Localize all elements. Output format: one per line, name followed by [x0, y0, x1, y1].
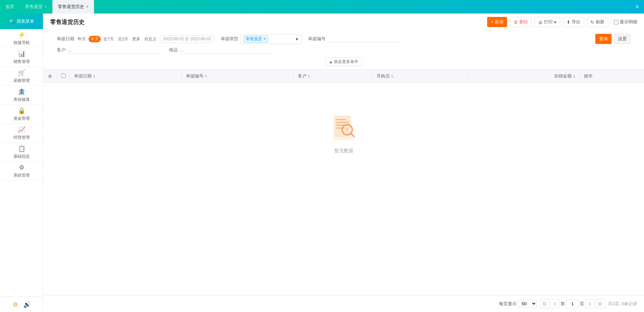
- sidebar-item-purchase-mgmt-label: 采购管理: [14, 78, 30, 84]
- tab-home[interactable]: 首页: [0, 0, 20, 14]
- settings-icon: ⚙: [48, 74, 52, 79]
- page-prev-button[interactable]: ⟨: [550, 299, 559, 308]
- select-all-checkbox[interactable]: [61, 73, 66, 78]
- sidebar-item-quick-nav[interactable]: ⚡ 快捷导航: [0, 29, 43, 48]
- tab-retail-return-label: 零售退货: [25, 4, 43, 10]
- sales-mgmt-icon: 📊: [18, 50, 25, 58]
- tab-retail-return-history-label: 零售退货历史: [58, 4, 84, 10]
- tab-retail-return-close[interactable]: ×: [45, 4, 47, 9]
- sidebar-item-inventory-label: 库存核算: [14, 97, 30, 103]
- tab-retail-return-history-close[interactable]: ×: [86, 4, 89, 9]
- th-settings[interactable]: ⚙: [43, 70, 57, 83]
- main-layout: 🔍 搜索菜单 ⚡ 快捷导航 📊 销售管理 🛒 采购管理 🏦 库存核算 🔒: [0, 14, 644, 312]
- query-button[interactable]: 查询: [595, 34, 612, 44]
- settings-button-label: 设置: [618, 36, 627, 42]
- sidebar-item-sys-mgmt[interactable]: ⚙ 系统管理: [0, 162, 43, 181]
- page-input[interactable]: [566, 299, 578, 308]
- date-shortcut-more[interactable]: 更多: [131, 36, 142, 42]
- tab-retail-return[interactable]: 零售退货 ×: [20, 0, 52, 14]
- th-guide-label: 导购员: [377, 73, 390, 79]
- settings-bottom-icon[interactable]: ⚙: [13, 301, 18, 308]
- speaker-bottom-icon[interactable]: 🔊: [23, 301, 31, 308]
- sidebar-bottom: ⚙ 🔊: [0, 296, 43, 312]
- page-first-button[interactable]: ⟨⟨: [540, 299, 549, 308]
- sidebar-item-finance[interactable]: 🔒 资金管理: [0, 105, 43, 124]
- amount-sort-icon[interactable]: ⇅: [573, 74, 575, 78]
- doc-date-sort-icon[interactable]: ⇅: [93, 74, 95, 78]
- sidebar-search-label: 搜索菜单: [17, 18, 34, 24]
- date-shortcut-yesterday[interactable]: 昨天: [76, 36, 87, 42]
- date-shortcut-custom[interactable]: 自定义: [143, 36, 158, 42]
- sidebar-item-purchase-mgmt[interactable]: 🛒 采购管理: [0, 67, 43, 86]
- date-shortcut-1month[interactable]: 近1月: [117, 36, 130, 42]
- filter-date-item: 单据日期 昨天 今天 近7天 近1月 更多 自定义 2023-06-02 至 2…: [57, 35, 214, 43]
- filter-goods-input-wrap: [180, 47, 275, 53]
- sidebar-item-basic-info[interactable]: 📋 基础信息: [0, 143, 43, 162]
- show-detail-label: 显示明细: [620, 19, 637, 25]
- sidebar-item-inventory[interactable]: 🏦 库存核算: [0, 86, 43, 105]
- collapse-button-label: 收起更多条件: [334, 59, 358, 65]
- export-button[interactable]: ⬆ 导出: [563, 17, 584, 27]
- filter-goods-input[interactable]: [180, 47, 247, 52]
- main-table: ⚙ 单据日期 ⇅ 单据编号: [43, 70, 644, 181]
- date-shortcut-7days[interactable]: 近7天: [102, 36, 115, 42]
- customer-sort-icon[interactable]: ⇅: [308, 74, 310, 78]
- sidebar-item-operation[interactable]: 📈 经营管理: [0, 124, 43, 143]
- empty-illustration: ?: [327, 110, 361, 144]
- collapse-up-icon: ▲: [329, 60, 333, 64]
- filter-docno-input[interactable]: [328, 36, 395, 41]
- filter-customer-input[interactable]: [68, 47, 135, 52]
- page-size-dropdown[interactable]: 50 10 20 100: [518, 300, 537, 308]
- new-button[interactable]: + 新增: [487, 17, 507, 27]
- page-title-row: 零售退货历史 + 新增 🗑 删除 🖨 打印 ▾ ⬆: [50, 17, 637, 27]
- top-bar: 首页 零售退货 × 零售退货历史 × ×: [0, 0, 644, 14]
- doctype-tag-close[interactable]: ×: [263, 37, 266, 41]
- tab-area: 首页 零售退货 × 零售退货历史 ×: [0, 0, 630, 14]
- date-shortcuts: 昨天 今天 近7天 近1月 更多 自定义: [76, 36, 158, 42]
- page-last-button[interactable]: ⟩⟩: [596, 299, 604, 308]
- refresh-button-label: 刷新: [596, 19, 604, 25]
- show-detail-checkbox-wrap[interactable]: 显示明细: [614, 19, 637, 25]
- toolbar-divider: [611, 19, 611, 25]
- page-next-button[interactable]: ⟩: [586, 299, 594, 308]
- date-range-input[interactable]: 2023-06-02 至 2023-06-02: [160, 35, 214, 43]
- sidebar-item-quick-nav-label: 快捷导航: [14, 40, 30, 46]
- page-nav: ⟨⟨ ⟨ 第 页 ⟩ ⟩⟩: [540, 299, 604, 308]
- date-shortcut-today[interactable]: 今天: [89, 36, 101, 42]
- refresh-button[interactable]: ↻ 刷新: [587, 17, 608, 27]
- doctype-tag-label: 零售退货: [246, 36, 262, 42]
- purchase-mgmt-icon: 🛒: [18, 69, 25, 76]
- th-checkbox[interactable]: [57, 70, 70, 83]
- tab-retail-return-history[interactable]: 零售退货历史 ×: [52, 0, 94, 14]
- guide-sort-icon[interactable]: ⇅: [391, 74, 393, 78]
- filter-goods-item: 商品: [169, 47, 275, 53]
- print-button[interactable]: 🖨 打印 ▾: [534, 17, 560, 27]
- doctype-select-arrow: ▾: [296, 37, 298, 42]
- collapse-button[interactable]: ▲ 收起更多条件: [325, 58, 362, 66]
- settings-button[interactable]: 设置: [614, 34, 630, 44]
- main-content: 零售退货历史 + 新增 🗑 删除 🖨 打印 ▾ ⬆: [43, 14, 644, 312]
- filter-docno-label: 单据编号: [308, 36, 326, 42]
- sidebar-item-finance-label: 资金管理: [14, 116, 30, 121]
- query-button-label: 查询: [599, 36, 608, 42]
- operation-icon: 📈: [18, 126, 25, 133]
- filter-row-1: 单据日期 昨天 今天 近7天 近1月 更多 自定义 2023-06-02 至 2…: [57, 34, 630, 44]
- doc-no-sort-icon[interactable]: ⇅: [205, 74, 207, 78]
- filter-doctype-select[interactable]: 零售退货 × ▾: [240, 34, 301, 44]
- filter-customer-label: 客户: [57, 47, 66, 53]
- svg-text:?: ?: [345, 127, 348, 132]
- th-customer-label: 客户: [298, 73, 307, 79]
- th-action: 操作: [580, 70, 644, 83]
- sidebar-item-basic-info-label: 基础信息: [14, 154, 30, 159]
- sidebar-search[interactable]: 🔍 搜索菜单: [0, 14, 43, 29]
- window-close-button[interactable]: ×: [630, 0, 644, 14]
- sidebar-item-sales-mgmt[interactable]: 📊 销售管理: [0, 48, 43, 67]
- print-dropdown-icon: ▾: [554, 20, 556, 25]
- show-detail-checkbox[interactable]: [614, 20, 618, 24]
- delete-button[interactable]: 🗑 删除: [510, 17, 532, 27]
- new-button-label: + 新增: [491, 19, 503, 25]
- finance-icon: 🔒: [18, 107, 25, 114]
- page-title: 零售退货历史: [50, 18, 85, 26]
- tab-home-label: 首页: [5, 4, 14, 10]
- th-customer: 客户 ⇅: [293, 70, 372, 83]
